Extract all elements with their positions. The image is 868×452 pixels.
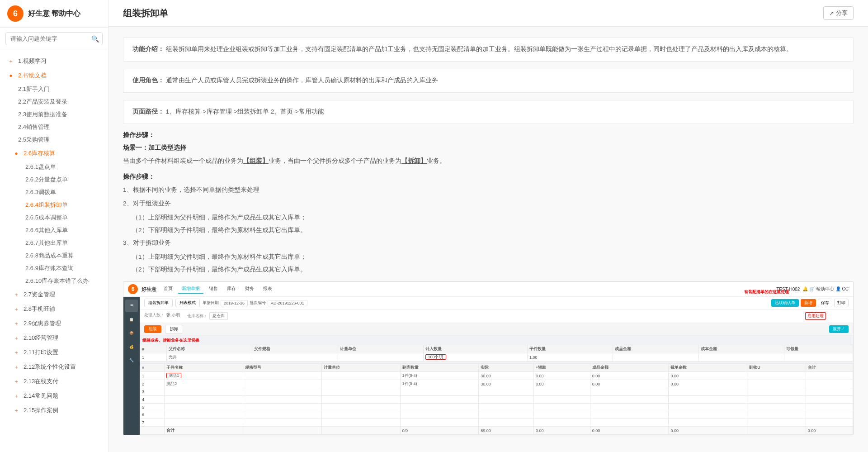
plus-icon-faq: ＋ bbox=[13, 392, 20, 400]
minus-icon-docs: ● bbox=[7, 72, 14, 79]
fake-btd-actual-1: 30.00 bbox=[479, 372, 534, 380]
sidebar-item-adjust[interactable]: 2.6.3调拨单 bbox=[0, 186, 108, 199]
sidebar-item-videos[interactable]: ＋ 1.视频学习 bbox=[0, 54, 108, 68]
fake-icon-4: 💰 bbox=[125, 340, 138, 353]
share-label: 分享 bbox=[836, 9, 848, 17]
sidebar-label-ops: 2.10经营管理 bbox=[24, 334, 58, 342]
sidebar-item-system[interactable]: ＋ 2.12系统个性化设置 bbox=[0, 360, 108, 374]
fake-th-parent-name: 父件名称 bbox=[167, 345, 252, 353]
fake-btd-pamt-2: 0.00 bbox=[590, 380, 669, 388]
fake-label-doc: 单据日期 bbox=[203, 300, 219, 306]
fake-brow-7: 7 bbox=[140, 419, 853, 427]
plus-icon-payment: ＋ bbox=[13, 378, 20, 385]
fake-callout-1: 有装配清单的在这里处理 bbox=[744, 289, 789, 295]
plus-icon-system: ＋ bbox=[13, 363, 20, 371]
sidebar-item-assembly[interactable]: 2.6.4组装拆卸单 bbox=[0, 199, 108, 211]
sidebar-item-stock-check[interactable]: 2.6.9库存账本查询 bbox=[0, 262, 108, 275]
fake-main: 组装拆卸单 列表模式 单据日期 2019-12-26 批次编号 AD-20191… bbox=[140, 297, 853, 435]
fake-footer-qty: 0/0 bbox=[400, 427, 479, 435]
sidebar-label-docs: 2.帮助文档 bbox=[18, 71, 47, 80]
fake-brow-5: 5 bbox=[140, 404, 853, 411]
fake-enable-area: 启用处理 bbox=[805, 312, 826, 320]
sidebar-item-install[interactable]: 2.2产品安装及登录 bbox=[0, 95, 108, 108]
sidebar-item-cost[interactable]: 2.6.5成本调整单 bbox=[0, 211, 108, 224]
fake-td-subqty-1: 1.00 bbox=[528, 353, 613, 362]
fake-btd-unit-2 bbox=[321, 380, 400, 388]
sidebar-item-print[interactable]: ＋ 2.11打印设置 bbox=[0, 345, 108, 360]
sidebar-item-cases[interactable]: ＋ 2.15操作案例 bbox=[0, 403, 108, 418]
fake-bottom-thead: # 子件名称 规格型号 计量单位 到库数量 实际 +辅助 成品金额 截单余数 bbox=[140, 364, 853, 372]
fake-btd-spec-1 bbox=[243, 372, 321, 380]
fake-top-header-row: # 父件名称 父件规格 计量单位 计入数量 子件数量 成品金额 成本金额 可领量 bbox=[140, 345, 853, 353]
fake-brow-4: 4 bbox=[140, 396, 853, 404]
fake-btn-list: 列表模式 bbox=[175, 299, 200, 307]
fake-btd-aux-2: 0.00 bbox=[534, 380, 590, 388]
fake-footer-blank4 bbox=[747, 427, 806, 435]
sidebar-item-stock-error[interactable]: 2.6.10库存账本错了么办 bbox=[0, 275, 108, 287]
fake-btd-num-1: 1 bbox=[140, 372, 165, 380]
fake-footer-total-label: 合计 bbox=[165, 427, 243, 435]
fake-td-unit-1 bbox=[338, 353, 423, 362]
func-intro-block: 功能介绍： 组装拆卸单用来处理企业组装或拆卸等加工业务，支持有固定装配清单的产品… bbox=[123, 38, 854, 62]
fake-btd-actual-2: 30.00 bbox=[479, 380, 534, 388]
fake-footer-aux: 0.00 bbox=[534, 427, 590, 435]
fake-disassemble-btn: 拆卸 bbox=[165, 325, 183, 333]
plus-icon-print: ＋ bbox=[13, 349, 20, 356]
fake-bth-total: 合计 bbox=[806, 364, 853, 372]
sidebar-item-inventory[interactable]: ● 2.6库存核算 bbox=[0, 146, 108, 161]
sidebar-item-sales[interactable]: 2.4销售管理 bbox=[0, 121, 108, 133]
fake-bth-actual: 实际 bbox=[479, 364, 534, 372]
sidebar-item-purchase[interactable]: 2.5采购管理 bbox=[0, 133, 108, 146]
fake-nav-purchase: 新增单据 bbox=[178, 285, 203, 294]
scene1-desc: 当由多个子件材料组装成一个成品的业务为【组装】业务，当由一个父件拆分成多个子产品… bbox=[123, 156, 854, 167]
sidebar-item-faq[interactable]: ＋ 2.14常见问题 bbox=[0, 389, 108, 403]
sidebar-item-mobile[interactable]: ＋ 2.8手机旺辅 bbox=[0, 302, 108, 316]
sidebar-item-cost-reset[interactable]: 2.6.8商品成本重算 bbox=[0, 249, 108, 262]
fake-bottom-table-wrap: 无固定清单可在组装在这里录入 # 子件名称 规格型号 计量单位 到库数量 实际 bbox=[140, 363, 853, 435]
sidebar-item-partial[interactable]: 2.6.2分量盘点单 bbox=[0, 173, 108, 186]
search-input[interactable] bbox=[5, 32, 103, 45]
fake-td-costamt-1 bbox=[698, 353, 784, 362]
sidebar-item-stocktake[interactable]: 2.6.1盘点单 bbox=[0, 161, 108, 173]
fake-enable-box: 启用处理 bbox=[805, 312, 826, 320]
sidebar-item-ops[interactable]: ＋ 2.10经营管理 bbox=[0, 331, 108, 345]
search-button[interactable]: 🔍 bbox=[91, 35, 99, 43]
plus-icon-cases: ＋ bbox=[13, 407, 20, 414]
fake-bth-aux: +辅助 bbox=[534, 364, 590, 372]
sidebar-item-other-in[interactable]: 2.6.6其他入库单 bbox=[0, 224, 108, 237]
fake-btd-sname-2: 测品2 bbox=[165, 380, 243, 388]
sidebar-item-docs[interactable]: ● 2.帮助文档 bbox=[0, 68, 108, 83]
fake-icon-2: 📋 bbox=[125, 313, 138, 326]
sidebar-item-payment[interactable]: ＋ 2.13在线支付 bbox=[0, 374, 108, 389]
fake-nav-inventory: 库存 bbox=[223, 285, 240, 294]
sidebar-label-cases: 2.15操作案例 bbox=[24, 406, 58, 414]
path-block: 页面路径： 1、库存核算->库存管理->组装拆卸单 2、首页->常用功能 bbox=[123, 100, 854, 124]
step3-text: 3、对于拆卸业务 bbox=[123, 238, 854, 248]
fake-th-sub-qty: 子件数量 bbox=[528, 345, 613, 353]
plus-icon: ＋ bbox=[7, 57, 14, 65]
sidebar-item-new[interactable]: 2.1新手入门 bbox=[0, 83, 108, 95]
role-label: 使用角色： bbox=[132, 77, 164, 84]
fake-btd-sname-1: 测品1 bbox=[165, 372, 243, 380]
fake-logo: 6 bbox=[128, 284, 138, 294]
fake-highlighted-input: 100个/月 bbox=[425, 354, 446, 360]
fake-th-cost-amt: 成本金额 bbox=[698, 345, 784, 353]
sidebar-item-other-out[interactable]: 2.6.7其他出库单 bbox=[0, 237, 108, 249]
sidebar-item-data[interactable]: 2.3使用前数据准备 bbox=[0, 108, 108, 121]
fake-save-btn: 保存 bbox=[818, 299, 832, 307]
fake-bth-remain: 截单余数 bbox=[669, 364, 747, 372]
path-label: 页面路径： bbox=[132, 108, 164, 115]
sidebar-item-funds[interactable]: ＋ 2.7资金管理 bbox=[0, 287, 108, 302]
fake-highlighted-sname-1: 测品1 bbox=[166, 373, 181, 378]
fake-top-row-1: 1 光井 100个/月 1.00 bbox=[140, 353, 853, 362]
share-icon: ↗ bbox=[829, 10, 834, 17]
share-button[interactable]: ↗ 分享 bbox=[823, 6, 854, 20]
fake-print-btn: 打印 bbox=[834, 299, 849, 307]
fake-btd-total-1 bbox=[806, 372, 853, 380]
fake-bth-spec: 规格型号 bbox=[243, 364, 321, 372]
plus-icon-ops: ＋ bbox=[13, 334, 20, 342]
logo-icon: 6 bbox=[7, 5, 24, 22]
page-title: 组装拆卸单 bbox=[123, 7, 168, 19]
fake-nav-home: 首页 bbox=[160, 285, 176, 294]
sidebar-item-coupon[interactable]: ＋ 2.9优惠券管理 bbox=[0, 316, 108, 331]
